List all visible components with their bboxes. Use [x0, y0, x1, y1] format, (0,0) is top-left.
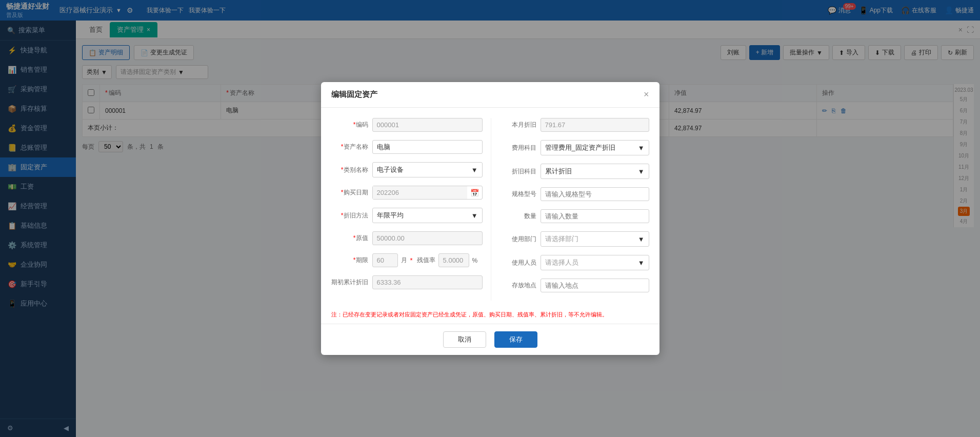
- residual-rate-label: 残值率: [417, 256, 435, 265]
- edit-asset-modal: 编辑固定资产 × *编码 *资产名称: [321, 82, 659, 355]
- modal-right-column: 本月折旧 费用科目 管理费用_固定资产折旧 ▼: [491, 118, 649, 301]
- code-label: *编码: [331, 121, 372, 129]
- expense-account-arrow: ▼: [638, 144, 645, 152]
- form-row-location: 存放地点: [499, 279, 649, 292]
- location-label: 存放地点: [499, 281, 541, 290]
- form-row-dep-account: 折旧科目 累计折旧 ▼: [499, 164, 649, 179]
- form-row-monthly-dep: 本月折旧: [499, 118, 649, 132]
- location-input[interactable]: [541, 279, 649, 292]
- form-row-purchase-date: *购买日期 📅: [331, 186, 483, 200]
- quantity-label: 数量: [499, 212, 541, 221]
- dep-account-arrow: ▼: [638, 168, 645, 175]
- modal-overlay: 编辑固定资产 × *编码 *资产名称: [0, 0, 980, 437]
- name-input[interactable]: [372, 140, 483, 154]
- period-unit: 月: [401, 256, 407, 265]
- category-select-arrow: ▼: [471, 166, 478, 174]
- form-row-dept: 使用部门 请选择部门 ▼: [499, 231, 649, 247]
- residual-star: *: [410, 256, 413, 264]
- residual-rate-unit: %: [472, 257, 478, 264]
- category-select[interactable]: 电子设备 ▼: [372, 162, 483, 177]
- initial-dep-input[interactable]: [372, 275, 483, 289]
- form-row-expense-account: 费用科目 管理费用_固定资产折旧 ▼: [499, 140, 649, 155]
- form-row-name: *资产名称: [331, 140, 483, 154]
- modal-title: 编辑固定资产: [331, 90, 377, 100]
- dept-label: 使用部门: [499, 235, 541, 244]
- form-row-user: 使用人员 请选择人员 ▼: [499, 255, 649, 270]
- cancel-button[interactable]: 取消: [443, 331, 486, 348]
- dep-method-select[interactable]: 年限平均 ▼: [372, 208, 483, 223]
- form-row-code: *编码: [331, 118, 483, 132]
- form-row-original-value: *原值: [331, 231, 483, 245]
- dep-method-arrow: ▼: [471, 212, 478, 220]
- monthly-dep-input: [541, 118, 649, 132]
- dep-account-select[interactable]: 累计折旧 ▼: [541, 164, 649, 179]
- modal-note: 注：已经存在变更记录或者对应固定资产已经生成凭证，原值、购买日期、残值率、累计折…: [321, 311, 659, 324]
- form-row-category: *类别名称 电子设备 ▼: [331, 162, 483, 177]
- modal-footer: 取消 保存: [321, 324, 659, 355]
- dep-method-label: *折旧方法: [331, 211, 372, 220]
- modal-header: 编辑固定资产 ×: [321, 82, 659, 108]
- user-arrow: ▼: [638, 259, 645, 267]
- spec-model-label: 规格型号: [499, 190, 541, 198]
- period-label: *期限: [331, 256, 372, 265]
- period-residual-group: 月 * 残值率 %: [372, 253, 478, 267]
- user-select[interactable]: 请选择人员 ▼: [541, 255, 649, 270]
- category-label: *类别名称: [331, 166, 372, 174]
- purchase-date-input[interactable]: [373, 186, 467, 199]
- quantity-input[interactable]: [541, 209, 649, 223]
- expense-account-label: 费用科目: [499, 144, 541, 152]
- user-label: 使用人员: [499, 259, 541, 267]
- form-row-spec-model: 规格型号: [499, 187, 649, 201]
- name-label: *资产名称: [331, 143, 372, 151]
- initial-dep-label: 期初累计折旧: [331, 278, 372, 287]
- period-input[interactable]: [372, 253, 398, 267]
- original-value-input[interactable]: [372, 231, 483, 245]
- form-row-dep-method: *折旧方法 年限平均 ▼: [331, 208, 483, 223]
- residual-rate-input[interactable]: [438, 253, 469, 267]
- save-button[interactable]: 保存: [494, 331, 537, 348]
- modal-left-column: *编码 *资产名称 *类别名称 电子设备: [331, 118, 491, 301]
- form-row-period: *期限 月 * 残值率 %: [331, 253, 483, 267]
- calendar-icon[interactable]: 📅: [467, 189, 482, 197]
- form-row-initial-dep: 期初累计折旧: [331, 275, 483, 289]
- form-row-quantity: 数量: [499, 209, 649, 223]
- purchase-date-label: *购买日期: [331, 188, 372, 197]
- code-input[interactable]: [372, 118, 483, 132]
- original-value-label: *原值: [331, 234, 372, 243]
- spec-model-input[interactable]: [541, 187, 649, 201]
- dept-arrow: ▼: [638, 235, 645, 243]
- expense-account-select[interactable]: 管理费用_固定资产折旧 ▼: [541, 140, 649, 155]
- modal-body: *编码 *资产名称 *类别名称 电子设备: [321, 108, 659, 311]
- purchase-date-input-wrapper: 📅: [372, 186, 483, 200]
- dept-select[interactable]: 请选择部门 ▼: [541, 231, 649, 247]
- monthly-dep-label: 本月折旧: [499, 121, 541, 129]
- dep-account-label: 折旧科目: [499, 167, 541, 176]
- modal-close-btn[interactable]: ×: [644, 89, 649, 100]
